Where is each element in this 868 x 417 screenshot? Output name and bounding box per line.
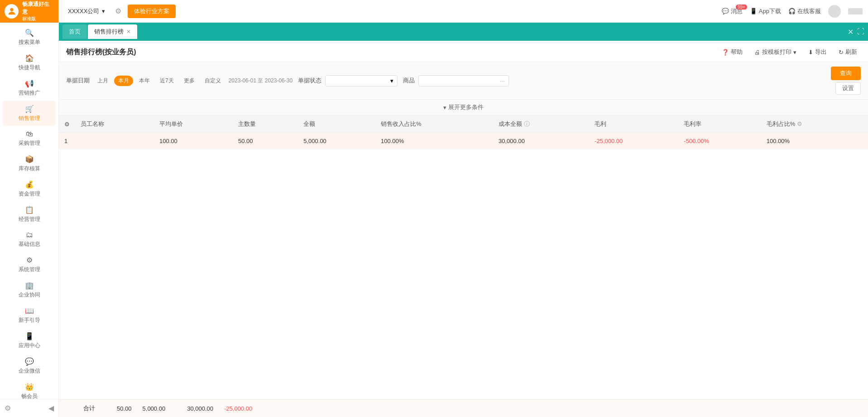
enterprise-icon: 🏢 [25,281,34,290]
pill-current-month[interactable]: 本月 [114,76,133,86]
sidebar-footer: ⚙ ◀ [0,399,58,417]
chevron-down-icon: ▾ [102,8,105,14]
sales-icon: 🛒 [25,105,34,113]
status-filter-group: 单据状态 ▾ [298,75,398,86]
sidebar-item-enterprise[interactable]: 🏢 企业协同 [3,278,56,302]
tab-sales-ranking[interactable]: 销售排行榜 ✕ [88,24,137,39]
topbar-right: 💬 消息 99+ 📱 App下载 🎧 在线客服 [722,5,863,18]
date-filter-group: 单据日期 上月 本月 本年 近7天 更多 自定义 2023-06-01 至 20… [66,76,293,86]
company-selector[interactable]: XXXXX公司 ▾ [64,5,109,17]
messages-btn[interactable]: 💬 消息 99+ [722,7,743,15]
apps-icon: 📱 [25,332,34,340]
col-profit-rate: 毛利率 [678,115,761,133]
company-name: XXXXX公司 [68,7,99,15]
sidebar-item-sales[interactable]: 🛒 销售管理 [3,101,56,126]
online-service-btn[interactable]: 🎧 在线客服 [788,7,821,15]
tab-close-btn[interactable]: ✕ [126,29,131,35]
tab-fullscreen-btn[interactable]: ⛶ [857,28,864,36]
cell-profit: -25,000.00 [589,133,678,149]
print-btn[interactable]: 🖨 按模板打印 ▾ [751,46,800,58]
col-cost: 成本全额 ⓘ [493,115,589,133]
col-amount: 全额 [298,115,375,133]
refresh-btn[interactable]: ↻ 刷新 [835,46,861,58]
tabbar: 首页 销售排行榜 ✕ ✕ ⛶ [59,23,868,41]
goods-input[interactable]: ··· [418,75,509,86]
sidebar-item-label: 营销推广 [19,89,40,97]
topbar: XXXXX公司 ▾ ⚙ 体验行业方案 💬 消息 99+ 📱 App下载 🎧 在线… [59,0,868,23]
purchase-icon: 🛍 [26,130,33,138]
footer-label: 合计 [78,404,101,412]
message-badge: 99+ [736,5,747,10]
sidebar-collapse-btn[interactable]: ◀ [48,404,54,412]
cost-info-icon[interactable]: ⓘ [524,120,530,127]
app-download-btn[interactable]: 📱 App下载 [750,7,781,15]
col-sales-pct: 销售收入占比% [375,115,493,133]
page-actions: ❓ 帮助 🖨 按模板打印 ▾ ⬇ 导出 ↻ 刷新 [718,46,861,58]
tab-home[interactable]: 首页 [62,24,87,39]
col-quantity: 主数量 [233,115,298,133]
sidebar-item-search[interactable]: 🔍 搜索菜单 [3,25,56,50]
cell-sales-pct: 100.00% [375,133,493,149]
user-avatar[interactable] [828,5,841,18]
sidebar-item-label: 快捷导航 [19,64,40,72]
cell-profit-rate: -500.00% [678,133,761,149]
filter-settings-button[interactable]: 设置 [835,82,861,95]
sidebar-item-member[interactable]: 👑 畅会员 [3,379,56,399]
sidebar-item-label: 资金管理 [19,190,40,198]
sidebar-item-guide[interactable]: 📖 新手引导 [3,303,56,328]
guide-icon: 📖 [25,307,34,315]
col-avg-price: 平均单价 [154,115,233,133]
main-area: XXXXX公司 ▾ ⚙ 体验行业方案 💬 消息 99+ 📱 App下载 🎧 在线… [59,0,868,417]
sidebar-item-system[interactable]: ⚙ 系统管理 [3,252,56,277]
sidebar-item-apps[interactable]: 📱 应用中心 [3,328,56,353]
sidebar-item-shortcut[interactable]: 🏠 快捷导航 [3,50,56,75]
expand-conditions-btn[interactable]: ▾ 展开更多条件 [439,101,488,113]
footer-amount: 5,000.00 [137,405,171,412]
pill-last-month[interactable]: 上月 [93,76,112,86]
tab-close-all-btn[interactable]: ✕ [848,28,854,36]
sidebar: 畅康通好生意 标准版 🔍 搜索菜单 🏠 快捷导航 📢 营销推广 🛒 销售管理 🛍… [0,0,59,417]
print-chevron-icon: ▾ [793,49,796,56]
help-btn[interactable]: ❓ 帮助 [718,46,746,58]
status-chevron-icon: ▾ [390,77,393,84]
profit-pct-info-icon[interactable]: ⚙ [797,120,802,127]
sidebar-item-label: 销售管理 [19,115,40,122]
pill-more[interactable]: 更多 [180,76,199,86]
topbar-gear-btn[interactable]: ⚙ [113,5,123,17]
download-icon: 📱 [750,8,757,14]
sidebar-item-wechat[interactable]: 💬 企业微信 [3,354,56,379]
trial-button[interactable]: 体验行业方案 [128,5,176,18]
status-select[interactable]: ▾ [325,75,398,86]
cell-rank: 1 [59,133,75,149]
footer-cost: 30,000.00 [182,405,219,412]
message-icon: 💬 [722,8,729,14]
date-filter-pills: 上月 本月 本年 近7天 更多 自定义 [93,76,225,86]
cell-amount: 5,000.00 [298,133,375,149]
operations-icon: 📋 [25,206,34,214]
query-button[interactable]: 查询 [831,67,861,80]
export-label: 导出 [815,48,827,56]
chevron-down-expand-icon: ▾ [443,104,446,111]
app-download-label: App下载 [759,7,781,15]
filter-bar: 单据日期 上月 本月 本年 近7天 更多 自定义 2023-06-01 至 20… [59,62,868,100]
sidebar-item-operations[interactable]: 📋 经营管理 [3,202,56,227]
sidebar-item-purchase[interactable]: 🛍 采购管理 [3,126,56,151]
pill-7days[interactable]: 近7天 [156,76,178,86]
sidebar-item-basic[interactable]: 🗂 基础信息 [3,227,56,252]
cell-avg-price: 100.00 [154,133,233,149]
export-btn[interactable]: ⬇ 导出 [805,46,830,58]
sidebar-item-marketing[interactable]: 📢 营销推广 [3,76,56,101]
basic-icon: 🗂 [26,231,33,239]
pill-current-year[interactable]: 本年 [135,76,154,86]
sidebar-nav: 🔍 搜索菜单 🏠 快捷导航 📢 营销推广 🛒 销售管理 🛍 采购管理 📦 库存核… [0,23,58,399]
sidebar-item-inventory[interactable]: 📦 库存核算 [3,151,56,176]
sidebar-settings-btn[interactable]: ⚙ [5,404,11,412]
svg-point-0 [10,8,13,11]
refresh-label: 刷新 [845,48,857,56]
col-profit: 毛利 [589,115,678,133]
pill-custom[interactable]: 自定义 [201,76,225,86]
status-filter-label: 单据状态 [298,77,321,85]
settings-col-icon[interactable]: ⚙ [64,121,70,128]
user-name-display [848,8,863,14]
sidebar-item-finance[interactable]: 💰 资金管理 [3,177,56,201]
